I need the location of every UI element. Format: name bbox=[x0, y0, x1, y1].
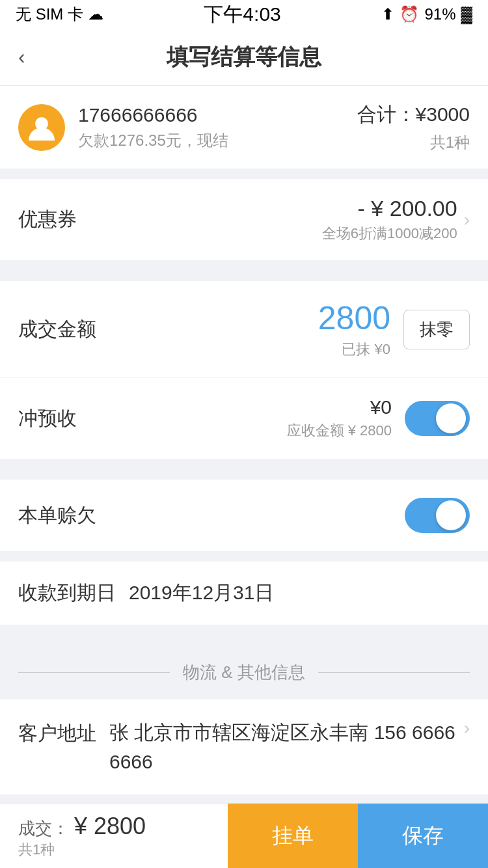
bottom-left: 成交： ¥ 2800 共1种 bbox=[0, 804, 228, 868]
battery-label: 91% bbox=[424, 5, 455, 23]
coupon-label: 优惠券 bbox=[18, 206, 77, 233]
address-chevron-icon: › bbox=[464, 718, 470, 739]
deal-amount-value: 2800 bbox=[318, 299, 390, 337]
chong-amount-area: ¥0 应收金额 ¥ 2800 bbox=[287, 396, 392, 441]
benshen-toggle-circle bbox=[436, 500, 466, 530]
location-icon: ⬆ bbox=[381, 5, 394, 23]
customer-count: 共1种 bbox=[357, 132, 470, 153]
customer-phone: 17666666666 bbox=[78, 104, 228, 126]
shoukuan-row: 收款到期日 2019年12月31日 bbox=[0, 562, 488, 625]
customer-right: 合计：¥3000 共1种 bbox=[357, 102, 470, 153]
deal-amount-right: 2800 已抹 ¥0 抹零 bbox=[318, 299, 470, 359]
bottom-chengjiao-label: 成交： bbox=[18, 817, 69, 840]
chong-sub: 应收金额 ¥ 2800 bbox=[287, 421, 392, 441]
hang-button[interactable]: 挂单 bbox=[228, 804, 358, 868]
status-time: 下午4:03 bbox=[204, 1, 280, 28]
address-row[interactable]: 客户地址 张 北京市市辖区海淀区永丰南 156 6666 6666 › bbox=[0, 699, 488, 794]
chong-right: ¥0 应收金额 ¥ 2800 bbox=[287, 396, 470, 441]
status-bar: 无 SIM 卡 ☁ 下午4:03 ⬆ ⏰ 91% ▓ bbox=[0, 0, 488, 29]
chong-amount: ¥0 bbox=[287, 396, 392, 418]
logistics-label: 物流 & 其他信息 bbox=[183, 661, 305, 684]
chong-label: 冲预收 bbox=[18, 405, 77, 432]
chong-row: 冲预收 ¥0 应收金额 ¥ 2800 bbox=[0, 378, 488, 459]
bottom-bar: 成交： ¥ 2800 共1种 挂单 保存 bbox=[0, 803, 488, 868]
bottom-amount: ¥ 2800 bbox=[74, 813, 146, 840]
deal-amount-label: 成交金额 bbox=[18, 316, 96, 343]
coupon-desc: 全场6折满1000减200 bbox=[322, 224, 457, 243]
shoukuan-value: 2019年12月31日 bbox=[129, 580, 274, 606]
nav-bar: ‹ 填写结算等信息 bbox=[0, 29, 488, 86]
chevron-right-icon: › bbox=[464, 210, 470, 230]
customer-total: 合计：¥3000 bbox=[357, 102, 470, 128]
bottom-count: 共1种 bbox=[18, 840, 210, 860]
customer-sub: 欠款1276.35元，现结 bbox=[78, 130, 228, 151]
avatar bbox=[18, 104, 65, 151]
coupon-amount: - ¥ 200.00 bbox=[322, 196, 457, 221]
address-right: 张 北京市市辖区海淀区永丰南 156 6666 6666 › bbox=[96, 718, 470, 776]
benshen-row: 本单赊欠 bbox=[0, 480, 488, 551]
shoukuan-label: 收款到期日 bbox=[18, 580, 116, 606]
logistics-line-right bbox=[318, 672, 470, 673]
bottom-chengjiao-line: 成交： ¥ 2800 bbox=[18, 813, 210, 840]
coupon-value: - ¥ 200.00 全场6折满1000减200 bbox=[322, 196, 457, 243]
save-button[interactable]: 保存 bbox=[358, 804, 488, 868]
status-left: 无 SIM 卡 ☁ bbox=[16, 4, 103, 25]
back-button[interactable]: ‹ bbox=[18, 45, 25, 69]
benshen-toggle[interactable] bbox=[405, 498, 470, 533]
customer-card: 17666666666 欠款1276.35元，现结 合计：¥3000 共1种 bbox=[0, 86, 488, 169]
alarm-icon: ⏰ bbox=[400, 5, 419, 23]
round-zero-button[interactable]: 抹零 bbox=[403, 310, 470, 349]
battery-icon: ▓ bbox=[461, 5, 472, 23]
chong-toggle[interactable] bbox=[405, 401, 470, 436]
customer-left: 17666666666 欠款1276.35元，现结 bbox=[18, 104, 228, 151]
status-right: ⬆ ⏰ 91% ▓ bbox=[381, 5, 472, 23]
sim-label: 无 SIM 卡 ☁ bbox=[16, 4, 103, 25]
section-divider-3 bbox=[0, 635, 488, 645]
toggle-circle bbox=[436, 403, 466, 433]
address-text: 张 北京市市辖区海淀区永丰南 156 6666 6666 bbox=[109, 718, 456, 776]
deal-amount-row: 成交金额 2800 已抹 ¥0 抹零 bbox=[0, 281, 488, 378]
page-title: 填写结算等信息 bbox=[167, 42, 321, 72]
coupon-right: - ¥ 200.00 全场6折满1000减200 › bbox=[322, 196, 470, 243]
address-label: 客户地址 bbox=[18, 718, 96, 747]
coupon-row[interactable]: 优惠券 - ¥ 200.00 全场6折满1000减200 › bbox=[0, 179, 488, 260]
logistics-header: 物流 & 其他信息 bbox=[0, 645, 488, 699]
logistics-line-left bbox=[18, 672, 170, 673]
customer-info: 17666666666 欠款1276.35元，现结 bbox=[78, 104, 228, 151]
section-divider-2 bbox=[0, 469, 488, 480]
benshen-label: 本单赊欠 bbox=[18, 502, 96, 529]
deal-amount-section: 成交金额 2800 已抹 ¥0 抹零 冲预收 ¥0 应收金额 ¥ 2800 bbox=[0, 281, 488, 459]
deal-amount-sub: 已抹 ¥0 bbox=[318, 340, 390, 359]
section-divider-1 bbox=[0, 271, 488, 281]
